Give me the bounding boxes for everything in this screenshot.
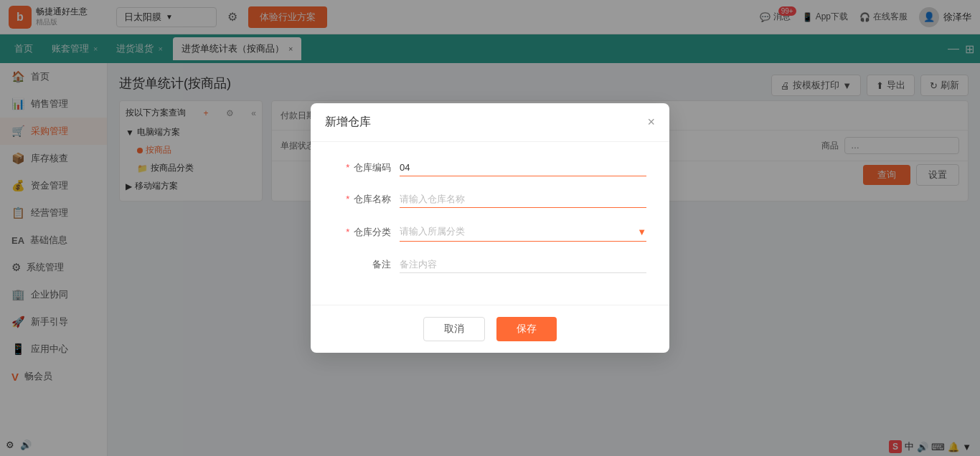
add-warehouse-dialog: 新增仓库 × * 仓库编码 * 仓库名称	[311, 103, 669, 353]
warehouse-name-input[interactable]	[400, 191, 646, 208]
category-arrow-icon: ▼	[637, 227, 646, 237]
warehouse-code-input[interactable]	[400, 159, 646, 176]
form-row-name: * 仓库名称	[334, 191, 646, 208]
modal-overlay[interactable]: 新增仓库 × * 仓库编码 * 仓库名称	[0, 0, 980, 456]
dialog-body: * 仓库编码 * 仓库名称 * 仓库分类 请输入	[311, 142, 669, 305]
required-mark-cat: *	[346, 227, 349, 237]
category-label: * 仓库分类	[334, 226, 391, 239]
save-button[interactable]: 保存	[496, 317, 557, 341]
dialog-close-button[interactable]: ×	[647, 115, 655, 130]
cancel-button[interactable]: 取消	[423, 317, 485, 341]
dialog-header: 新增仓库 ×	[311, 103, 669, 142]
warehouse-category-select[interactable]: 请输入所属分类 ▼	[400, 222, 646, 242]
required-mark: *	[346, 162, 349, 173]
form-row-remark: 备注	[334, 256, 646, 273]
dialog-title: 新增仓库	[325, 115, 371, 130]
form-row-category: * 仓库分类 请输入所属分类 ▼	[334, 222, 646, 242]
category-placeholder: 请输入所属分类	[400, 225, 465, 238]
required-mark-name: *	[346, 194, 349, 204]
remark-label: 备注	[334, 258, 391, 271]
code-label: * 仓库编码	[334, 161, 391, 174]
form-row-code: * 仓库编码	[334, 159, 646, 176]
dialog-footer: 取消 保存	[311, 305, 669, 353]
name-label: * 仓库名称	[334, 193, 391, 206]
remark-input[interactable]	[400, 256, 646, 273]
